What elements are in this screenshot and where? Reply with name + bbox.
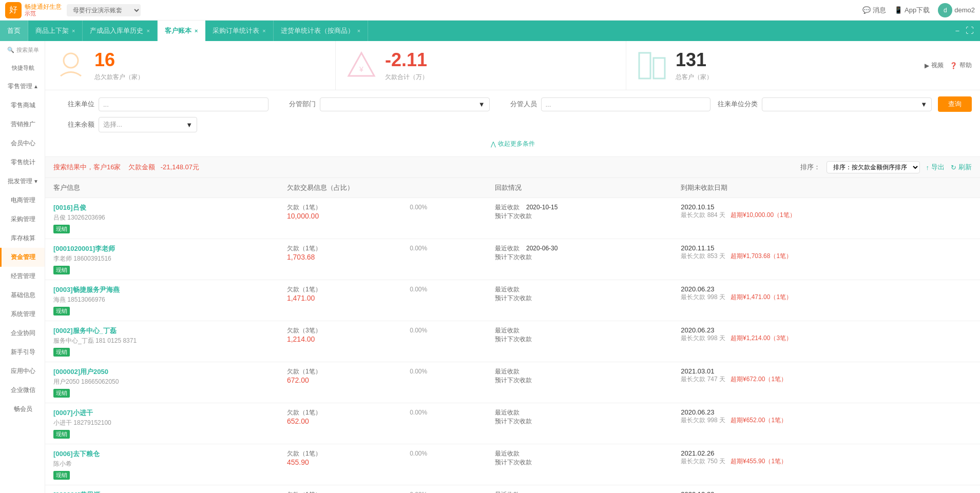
search-button[interactable]: 查询 xyxy=(938,96,972,112)
video-button[interactable]: ▶ 视频 xyxy=(925,61,944,70)
sidebar-item-basic-info[interactable]: 基础信息 xyxy=(0,286,45,305)
debtors-icon xyxy=(55,50,86,81)
dept-select[interactable]: ▼ xyxy=(320,97,490,111)
sidebar-item-guide[interactable]: 新手引导 xyxy=(0,343,45,362)
app-download-button[interactable]: 📱 App下载 xyxy=(894,6,930,15)
customer-name[interactable]: [0003]畅捷服务尹海燕 xyxy=(53,285,271,294)
sidebar: 🔍 搜索菜单 快捷导航 零售管理 ▲ 零售商城 营销推广 会员中心 零售统计 批… xyxy=(0,41,45,493)
filter-row-1: 往来单位 ... 分管部门 ▼ 分管人员 xyxy=(53,96,972,112)
top-bar: 好 畅捷通好生意 示范 母婴行业演示账套 💬 消息 📱 App下载 d demo… xyxy=(0,0,980,21)
tab-product-listing[interactable]: 商品上下架 × xyxy=(28,21,83,41)
balance-select[interactable]: 选择... ▼ xyxy=(99,117,197,132)
sort-select[interactable]: 排序：按欠款金额倒序排序 xyxy=(827,161,920,173)
sidebar-item-finance[interactable]: 资金管理 xyxy=(0,248,45,267)
close-icon[interactable]: × xyxy=(262,28,265,34)
customer-phone: 李老师 18600391516 xyxy=(53,254,271,263)
video-help-area: ▶ 视频 ❓ 帮助 xyxy=(916,41,980,90)
export-button[interactable]: ↑ 导出 xyxy=(926,163,945,172)
sidebar-item-retail-stats[interactable]: 零售统计 xyxy=(0,153,45,172)
arrow-icon: ▲ xyxy=(33,84,39,89)
top-right: 💬 消息 📱 App下载 d demo2 xyxy=(862,3,975,17)
tab-purchase-stats[interactable]: 采购订单统计表 × xyxy=(205,21,273,41)
debt-amount[interactable]: 1,214.00 xyxy=(287,335,389,343)
close-icon[interactable]: × xyxy=(357,28,360,34)
overdue-link[interactable]: 超期¥672.00（1笔） xyxy=(731,376,787,383)
message-button[interactable]: 💬 消息 xyxy=(862,6,886,15)
tab-customer-account[interactable]: 客户账本 × xyxy=(158,21,205,41)
sidebar-item-quicknav[interactable]: 快捷导航 xyxy=(0,59,45,77)
maximize-icon[interactable]: ⛶ xyxy=(966,26,974,35)
user-menu[interactable]: d demo2 xyxy=(938,3,975,17)
debt-amount[interactable]: 672.00 xyxy=(287,376,389,384)
debt-label: 欠款（1笔） xyxy=(287,244,389,253)
customer-info-cell: [0007]小进干 小进干 18279152100 现销 xyxy=(45,403,279,444)
customer-name[interactable]: [0001020001]李老师 xyxy=(53,244,271,253)
sidebar-item-ecommerce[interactable]: 电商管理 xyxy=(0,191,45,210)
overdue-link[interactable]: 超期¥652.00（1笔） xyxy=(731,417,787,424)
recovery-cell: 最近收款 预计下次收款 xyxy=(487,485,673,494)
tab-production-history[interactable]: 产成品入库单历史 × xyxy=(83,21,157,41)
chevron-down-icon: ▼ xyxy=(186,121,193,129)
close-icon[interactable]: × xyxy=(72,28,75,34)
debt-amount[interactable]: 652.00 xyxy=(287,417,389,425)
debt-amount[interactable]: 1,471.00 xyxy=(287,294,389,302)
tab-home[interactable]: 首页 xyxy=(0,21,28,41)
minimize-icon[interactable]: － xyxy=(953,26,962,36)
filter-row-2: 往来余额 选择... ▼ xyxy=(53,117,972,132)
unit-class-select[interactable]: ▼ xyxy=(762,97,932,111)
debt-amount[interactable]: 10,000.00 xyxy=(287,212,389,220)
next-payment-label: 预计下次收款 xyxy=(495,212,665,221)
sidebar-item-system[interactable]: 系统管理 xyxy=(0,305,45,324)
customer-name[interactable]: [0006]去下粮仓 xyxy=(53,449,271,459)
recovery-cell: 最近收款 预计下次收款 xyxy=(487,444,673,485)
customer-name[interactable]: [000001]黄思源 xyxy=(53,490,271,493)
sidebar-item-weixin[interactable]: 企业微信 xyxy=(0,381,45,400)
tab-purchase-goods-stats[interactable]: 进货单统计表（按商品） × xyxy=(274,21,368,41)
sidebar-item-member[interactable]: 畅会员 xyxy=(0,400,45,419)
due-date: 2020.06.23 xyxy=(681,408,972,416)
debt-label: 欠款（1笔） xyxy=(287,408,389,417)
table-row: [000002]用户2050 用户2050 18665062050 现销 欠款（… xyxy=(45,362,980,403)
table-row: [0016]吕俊 吕俊 13026203696 现销 欠款（1笔） 10,000… xyxy=(45,198,980,239)
customer-tag: 现销 xyxy=(53,471,70,480)
customer-name[interactable]: [000002]用户2050 xyxy=(53,367,271,377)
close-icon[interactable]: × xyxy=(195,28,198,34)
overdue-link[interactable]: 超期¥1,471.00（1笔） xyxy=(731,293,792,301)
sidebar-item-retail-mall[interactable]: 零售商城 xyxy=(0,96,45,115)
unit-class-label: 往来单位分类 xyxy=(717,100,758,109)
overdue-link[interactable]: 超期¥455.90（1笔） xyxy=(731,458,787,465)
sidebar-item-retail-mgmt[interactable]: 零售管理 ▲ xyxy=(0,77,45,96)
results-actions: 排序： 排序：按欠款金额倒序排序 ↑ 导出 ↻ 刷新 xyxy=(800,161,972,173)
sidebar-item-members[interactable]: 会员中心 xyxy=(0,134,45,153)
collapse-button[interactable]: ⋀ 收起更多条件 xyxy=(491,140,535,148)
debt-percent-cell: 0.00% xyxy=(397,403,487,444)
sidebar-item-app-center[interactable]: 应用中心 xyxy=(0,362,45,381)
sidebar-item-wholesale[interactable]: 批发管理 ▼ xyxy=(0,172,45,191)
nav-tabs: 首页 商品上下架 × 产成品入库单历史 × 客户账本 × 采购订单统计表 × 进… xyxy=(0,21,980,41)
person-input[interactable]: ... xyxy=(541,97,711,111)
last-payment-label: 最近收款 xyxy=(495,367,665,376)
refresh-button[interactable]: ↻ 刷新 xyxy=(951,163,972,172)
overdue-link[interactable]: 超期¥10,000.00（1笔） xyxy=(731,211,796,219)
sidebar-item-operations[interactable]: 经营管理 xyxy=(0,267,45,286)
svg-rect-3 xyxy=(639,53,650,78)
sidebar-item-enterprise[interactable]: 企业协同 xyxy=(0,324,45,343)
overdue-link[interactable]: 超期¥1,703.68（1笔） xyxy=(731,252,792,260)
customer-tag: 现销 xyxy=(53,307,70,315)
customer-info-cell: [0016]吕俊 吕俊 13026203696 现销 xyxy=(45,198,279,239)
customer-name[interactable]: [0007]小进干 xyxy=(53,408,271,418)
help-button[interactable]: ❓ 帮助 xyxy=(950,61,972,70)
store-selector[interactable]: 母婴行业演示账套 xyxy=(67,4,141,16)
customer-name[interactable]: [0002]服务中心_丁磊 xyxy=(53,326,271,336)
overdue-days: 最长欠款 998 天 超期¥1,471.00（1笔） xyxy=(681,293,972,302)
debt-amount[interactable]: 455.90 xyxy=(287,458,389,466)
close-icon[interactable]: × xyxy=(146,28,149,34)
debt-amount[interactable]: 1,703.68 xyxy=(287,253,389,261)
sidebar-item-purchase[interactable]: 采购管理 xyxy=(0,210,45,229)
sidebar-item-marketing[interactable]: 营销推广 xyxy=(0,115,45,134)
source-unit-input[interactable]: ... xyxy=(99,97,268,111)
customer-name[interactable]: [0016]吕俊 xyxy=(53,203,271,212)
sidebar-item-search[interactable]: 🔍 搜索菜单 xyxy=(0,41,45,59)
overdue-link[interactable]: 超期¥1,214.00（3笔） xyxy=(731,334,792,342)
sidebar-item-inventory[interactable]: 库存核算 xyxy=(0,229,45,248)
